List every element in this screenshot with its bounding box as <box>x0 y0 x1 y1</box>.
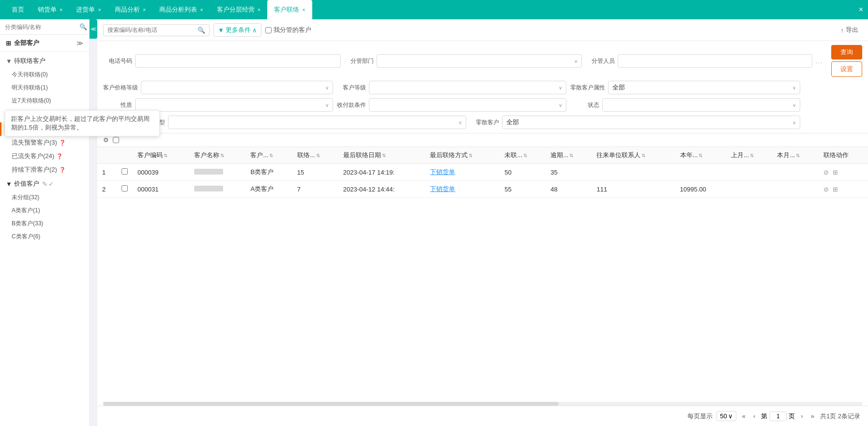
customer-grade-select[interactable]: ∨ <box>369 81 567 94</box>
page-end-label: 页 <box>789 412 795 421</box>
manager-dots[interactable]: ... <box>815 58 823 65</box>
phone-input[interactable] <box>135 54 341 68</box>
cell-code: 000039 <box>133 164 189 181</box>
cell-last-contact-method[interactable]: 下销货单 <box>425 181 500 198</box>
filter-cell-dept: 分管部门 ∨ <box>345 54 582 68</box>
prev-page-button[interactable]: ‹ <box>751 411 757 421</box>
action-grid-icon[interactable]: ⊞ <box>833 169 838 176</box>
sidebar-item-tomorrow[interactable]: 明天待联络(1) <box>0 81 89 94</box>
export-button[interactable]: ↑ 导出 <box>837 24 863 36</box>
churn-warning-help-icon[interactable]: ❓ <box>59 140 66 146</box>
filter-cell-payment: 收付款条件 ∨ <box>337 98 567 112</box>
more-conditions-button[interactable]: ▼ 更多条件 ∧ <box>213 23 261 37</box>
retail-attr-select[interactable]: 全部 ∨ <box>608 81 800 94</box>
my-customers-label: 我分管的客户 <box>274 26 311 34</box>
sidebar-collapse-toggle[interactable]: ≪ <box>90 19 97 39</box>
sidebar-item-churned[interactable]: 已流失客户(24) ❓ <box>0 149 89 163</box>
cell-checkbox[interactable] <box>117 164 133 181</box>
page-size-select[interactable]: 50 ∨ <box>716 411 736 421</box>
declining-help-icon[interactable]: ❓ <box>59 167 66 173</box>
row-checkbox[interactable] <box>122 168 128 175</box>
sidebar-item-churn-warning[interactable]: 流失预警客户(3) ❓ <box>0 136 89 149</box>
sidebar-all-customers[interactable]: ⊞ 全部客户 ≫ <box>0 35 89 52</box>
collapse-icon: ≫ <box>76 40 83 47</box>
export-icon: ↑ <box>841 27 844 34</box>
cell-contacts: 111 <box>592 181 675 198</box>
col-contacts: 往来单位联系人⇅ <box>592 147 675 164</box>
price-grade-select[interactable]: ∨ <box>141 81 333 94</box>
settings-button[interactable]: 设置 <box>831 61 862 77</box>
nav-purchase[interactable]: 进货单 × <box>69 0 107 19</box>
customer-type-select[interactable]: ∨ <box>168 116 466 129</box>
nav-product-analysis-label: 商品分析 <box>115 0 140 19</box>
cell-checkbox[interactable] <box>117 181 133 198</box>
sidebar-item-declining[interactable]: 持续下滑客户(2) ❓ <box>0 163 89 176</box>
col-this-year-sort: ⇅ <box>699 153 702 158</box>
nav-customer-tier[interactable]: 客户分层经营 × <box>210 0 267 19</box>
sidebar: 🔍 ⊞ 全部客户 ≫ 距客户上次交易时长，超过了此客户的平均交易周期的1.5倍，… <box>0 19 90 426</box>
filter-cell-customer-type: 客户类型 ∨ <box>136 116 466 129</box>
pagination-bar: 每页显示 50 ∨ « ‹ 第 页 › » 共1页 2条记录 <box>97 406 868 426</box>
sidebar-item-unGrouped[interactable]: 未分组(32) <box>0 191 89 204</box>
table-select-all-checkbox[interactable] <box>113 137 119 143</box>
gender-select[interactable]: ∨ <box>135 98 333 112</box>
query-button[interactable]: 查询 <box>831 45 862 59</box>
my-customers-checkbox[interactable] <box>265 27 272 33</box>
col-customer-type: 客户...⇅ <box>245 147 292 164</box>
nav-close-all-button[interactable]: × <box>859 5 863 14</box>
nav-customer-tier-label: 客户分层经营 <box>217 0 255 19</box>
col-code: 客户编码⇅ <box>133 147 189 164</box>
sidebar-item-classA[interactable]: A类客户(1) <box>0 204 89 217</box>
cell-this-year <box>675 164 727 181</box>
nav-purchase-close[interactable]: × <box>98 0 101 19</box>
customer-search-icon[interactable]: 🔍 <box>198 27 205 34</box>
table-scroll-area[interactable]: 客户编码⇅ 客户名称⇅ 客户...⇅ 联络...⇅ 最后联络日期⇅ 最后联络方式… <box>97 147 868 402</box>
value-check-icon[interactable]: ✓ <box>48 180 54 188</box>
status-select[interactable]: ∨ <box>602 98 800 112</box>
action-link-icon[interactable]: ⊘ <box>823 169 829 176</box>
action-link-icon[interactable]: ⊘ <box>823 186 829 193</box>
col-checkbox <box>117 147 133 164</box>
sidebar-item-7days[interactable]: 近7天待联络(0) <box>0 94 89 107</box>
customer-search-input[interactable] <box>107 27 196 33</box>
current-page-input[interactable] <box>769 411 787 421</box>
next-page-button[interactable]: › <box>799 411 805 421</box>
row-checkbox[interactable] <box>122 185 128 191</box>
nav-sales[interactable]: 销货单 × <box>31 0 69 19</box>
sidebar-item-classB[interactable]: B类客户(33) <box>0 217 89 230</box>
payment-select[interactable]: ∨ <box>369 98 567 112</box>
contact-method-link[interactable]: 下销货单 <box>430 168 455 176</box>
sidebar-search-icon[interactable]: 🔍 <box>79 23 87 30</box>
last-page-button[interactable]: » <box>809 411 816 421</box>
cell-last-contact-method[interactable]: 下销货单 <box>425 164 500 181</box>
contact-method-link[interactable]: 下销货单 <box>430 185 455 192</box>
manager-input[interactable] <box>618 54 812 68</box>
nav-product-analysis-list-close[interactable]: × <box>200 0 203 19</box>
first-page-button[interactable]: « <box>740 411 747 421</box>
cell-last-month <box>726 164 772 181</box>
churned-help-icon[interactable]: ❓ <box>56 153 63 160</box>
table-settings-icon[interactable]: ⚙ <box>103 136 109 144</box>
nav-product-analysis-list[interactable]: 商品分析列表 × <box>152 0 210 19</box>
nav-customer-contact[interactable]: 客户联络 × <box>267 0 312 19</box>
sidebar-item-today[interactable]: 今天待联络(0) <box>0 68 89 81</box>
nav-sales-close[interactable]: × <box>60 0 62 19</box>
nav-product-analysis-close[interactable]: × <box>143 0 146 19</box>
nav-home[interactable]: 首页 <box>5 0 31 19</box>
pending-arrow-icon: ▼ <box>6 58 12 65</box>
retail-customer-select[interactable]: 全部 ∨ <box>502 116 800 129</box>
sidebar-value-section[interactable]: ▼ 价值客户 ✎ ✓ <box>0 176 89 191</box>
horizontal-scrollbar[interactable] <box>103 402 862 406</box>
nav-product-analysis[interactable]: 商品分析 × <box>108 0 152 19</box>
sidebar-search-input[interactable] <box>5 24 77 30</box>
action-grid-icon[interactable]: ⊞ <box>833 186 838 193</box>
sidebar-pending-group[interactable]: ▼ 待联络客户 <box>0 54 89 68</box>
nav-customer-tier-close[interactable]: × <box>258 0 260 19</box>
dept-select[interactable]: ∨ <box>377 54 582 68</box>
scrollbar-thumb[interactable] <box>103 402 559 406</box>
filter-row-1: 电话号码 分管部门 ∨ 分管人员 ... 查询 设置 <box>103 45 862 77</box>
value-edit-icon[interactable]: ✎ <box>42 180 47 188</box>
sidebar-item-classC[interactable]: C类客户(6) <box>0 230 89 243</box>
nav-customer-contact-close[interactable]: × <box>302 0 305 19</box>
my-customers-checkbox-wrap[interactable]: 我分管的客户 <box>265 26 311 34</box>
